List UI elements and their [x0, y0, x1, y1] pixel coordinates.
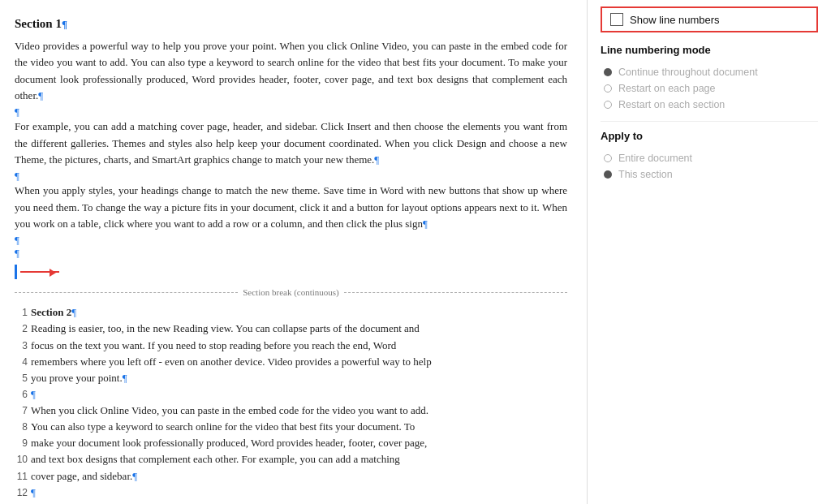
arrow-indicator — [20, 271, 59, 273]
show-line-numbers-row[interactable]: Show line numbers — [601, 6, 818, 32]
line-11: 11 cover page, and sidebar.¶ — [15, 468, 567, 485]
line-6: 6 ¶ — [15, 386, 567, 403]
cursor-bar — [15, 265, 17, 279]
para-break-3: ¶ — [15, 234, 567, 247]
section2-area: 1 Section 2¶ 2 Reading is easier, too, i… — [15, 304, 567, 501]
line-num-9: 9 — [15, 435, 28, 451]
radio-entire-doc[interactable] — [604, 154, 612, 162]
option-entire-doc-label: Entire document — [618, 153, 692, 164]
line-num-12: 12 — [15, 485, 28, 501]
line-num-3: 3 — [15, 338, 28, 354]
line-2: 2 Reading is easier, too, in the new Rea… — [15, 321, 567, 337]
radio-restart-page[interactable] — [604, 84, 612, 93]
dashed-line-left — [15, 292, 238, 293]
section1-heading: Section 1¶ — [15, 15, 567, 33]
line-num-7: 7 — [15, 403, 28, 419]
option-continue[interactable]: Continue throughout document — [601, 64, 818, 80]
section1-para3-text: When you apply styles, your headings cha… — [15, 184, 567, 229]
para-break-1: ¶ — [15, 106, 567, 118]
line-numbering-section: Line numbering mode Continue throughout … — [601, 44, 818, 113]
radio-this-section[interactable] — [604, 170, 612, 179]
line-text-12: ¶ — [31, 485, 567, 501]
sidebar-divider — [601, 121, 818, 122]
line-7: 7 When you click Online Video, you can p… — [15, 403, 567, 419]
option-restart-section-label: Restart on each section — [618, 99, 725, 110]
line-num-5: 5 — [15, 370, 28, 386]
line-text-7: When you click Online Video, you can pas… — [31, 403, 567, 419]
line-4: 4 remembers where you left off - even on… — [15, 354, 567, 370]
section1-para1: Video provides a powerful way to help yo… — [15, 38, 567, 104]
line-num-8: 8 — [15, 419, 28, 435]
line-text-9: make your document look professionally p… — [31, 435, 567, 451]
section-break: Section break (continuous) — [15, 286, 567, 299]
radio-continue[interactable] — [604, 68, 612, 76]
option-restart-section[interactable]: Restart on each section — [601, 97, 818, 113]
line-10: 10 and text box designs that complement … — [15, 451, 567, 467]
line-3: 3 focus on the text you want. If you nee… — [15, 338, 567, 354]
line-num-1: 1 — [15, 304, 28, 321]
line-text-8: You can also type a keyword to search on… — [31, 419, 567, 435]
line-text-1: Section 2¶ — [31, 304, 567, 321]
line-12: 12 ¶ — [15, 485, 567, 501]
dashed-line-right — [344, 292, 567, 293]
sidebar: Show line numbers Line numbering mode Co… — [588, 0, 831, 504]
line-numbering-mode-title: Line numbering mode — [601, 44, 818, 56]
line-text-6: ¶ — [31, 386, 567, 403]
line-1: 1 Section 2¶ — [15, 304, 567, 321]
radio-restart-section[interactable] — [604, 101, 612, 109]
apply-to-section: Apply to Entire document This section — [601, 130, 818, 183]
section-break-label: Section break (continuous) — [238, 286, 344, 299]
option-continue-label: Continue throughout document — [618, 67, 758, 78]
para-break-4: ¶ — [15, 247, 567, 260]
line-num-2: 2 — [15, 321, 28, 337]
section1-pilcrow: ¶ — [62, 18, 67, 30]
line-text-3: focus on the text you want. If you need … — [31, 338, 567, 354]
option-this-section-label: This section — [618, 169, 673, 180]
line-num-10: 10 — [15, 451, 28, 467]
section1-para2-text: For example, you can add a matching cove… — [15, 120, 567, 165]
line-8: 8 You can also type a keyword to search … — [15, 419, 567, 435]
show-line-numbers-checkbox[interactable] — [610, 13, 623, 26]
line-text-4: remembers where you left off - even on a… — [31, 354, 567, 370]
line-text-5: you prove your point.¶ — [31, 370, 567, 386]
cursor-area — [15, 265, 567, 284]
show-line-numbers-label: Show line numbers — [630, 14, 720, 26]
document-area: Section 1¶ Video provides a powerful way… — [0, 0, 588, 504]
line-num-6: 6 — [15, 386, 28, 403]
line-num-4: 4 — [15, 354, 28, 370]
cursor-indicator — [15, 265, 59, 279]
line-9: 9 make your document look professionally… — [15, 435, 567, 451]
option-restart-page[interactable]: Restart on each page — [601, 80, 818, 97]
option-restart-page-label: Restart on each page — [618, 83, 716, 94]
section1-para3: When you apply styles, your headings cha… — [15, 183, 567, 231]
option-entire-doc[interactable]: Entire document — [601, 150, 818, 166]
line-text-11: cover page, and sidebar.¶ — [31, 468, 567, 485]
line-text-2: Reading is easier, too, in the new Readi… — [31, 321, 567, 337]
para-break-2: ¶ — [15, 170, 567, 183]
option-this-section[interactable]: This section — [601, 166, 818, 183]
section2-heading: Section 2 — [31, 306, 71, 318]
line-5: 5 you prove your point.¶ — [15, 370, 567, 386]
apply-to-title: Apply to — [601, 130, 818, 142]
section1-para1-text: Video provides a powerful way to help yo… — [15, 40, 567, 101]
line-text-10: and text box designs that complement eac… — [31, 451, 567, 467]
section1-heading-text: Section 1 — [15, 17, 62, 30]
section1-para2: For example, you can add a matching cove… — [15, 118, 567, 167]
line-num-11: 11 — [15, 468, 28, 485]
